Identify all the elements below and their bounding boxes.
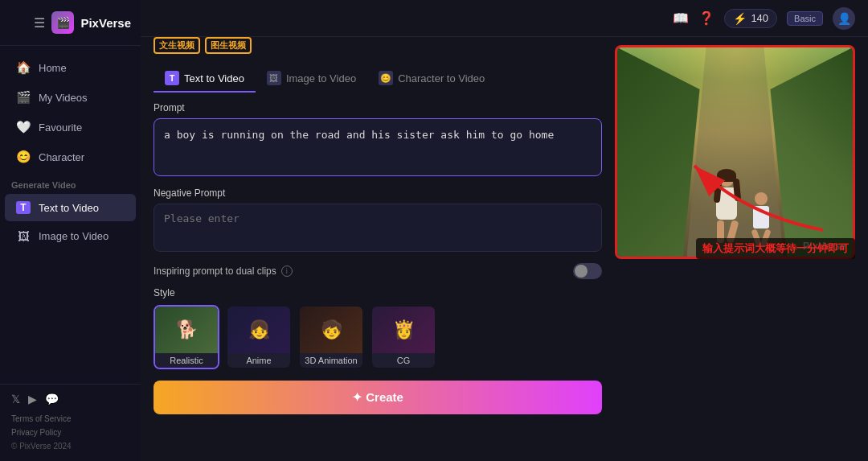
help-icon[interactable]: ❓ xyxy=(698,10,714,26)
book-icon[interactable]: 📖 xyxy=(673,10,689,26)
annotation-cn-label: 输入提示词大概等待一分钟即可 xyxy=(696,238,855,259)
sidebar-item-home[interactable]: 🏠 Home xyxy=(5,53,136,82)
privacy-link[interactable]: Privacy Policy xyxy=(11,428,61,437)
credits-value: 140 xyxy=(751,12,768,24)
toggle-row: Inspiring prompt to dual clips i xyxy=(154,263,602,279)
sidebar-item-character[interactable]: 😊 Character xyxy=(5,142,136,171)
sidebar-footer: 𝕏 ▶ 💬 Terms of Service Privacy Policy © … xyxy=(0,384,141,461)
style-label: Style xyxy=(154,287,602,298)
generate-section-label: Generate Video xyxy=(0,172,141,193)
video-preview: PixVerse xyxy=(615,45,855,259)
my-videos-icon: 🎬 xyxy=(16,90,31,105)
text-tab-icon: T xyxy=(165,71,179,85)
sidebar-header: ☰ 🎬 PixVerse xyxy=(0,0,141,46)
style-3d-thumb: 🧒 xyxy=(300,307,362,353)
app-title: PixVerse xyxy=(80,16,131,30)
sidebar-item-image-to-video[interactable]: 🖼 Image to Video xyxy=(5,222,136,250)
style-realistic[interactable]: 🐕 Realistic xyxy=(154,305,219,369)
char-tab-icon: 😊 xyxy=(379,71,393,85)
tab-character-to-video[interactable]: 😊 Character to Video xyxy=(367,65,496,93)
sidebar-item-favourite[interactable]: 🤍 Favourite xyxy=(5,113,136,142)
style-3d-animation[interactable]: 🧒 3D Animation xyxy=(298,305,364,369)
copyright-text: © PixVerse 2024 xyxy=(11,442,72,451)
annotation-image-to-video: 图生视频 xyxy=(205,37,252,54)
footer-links: Terms of Service Privacy Policy © PixVer… xyxy=(11,412,129,453)
youtube-icon[interactable]: ▶ xyxy=(28,393,37,405)
sidebar-item-my-videos[interactable]: 🎬 My Videos xyxy=(5,83,136,112)
info-icon[interactable]: i xyxy=(281,265,293,277)
discord-icon[interactable]: 💬 xyxy=(45,393,59,405)
style-anime-thumb: 👧 xyxy=(227,307,290,353)
create-button[interactable]: ✦ Create xyxy=(154,381,602,414)
favourite-icon: 🤍 xyxy=(16,120,31,134)
lightning-icon: ⚡ xyxy=(733,12,747,25)
annotation-text-to-video: 文生视频 xyxy=(154,37,200,54)
toggle-switch[interactable] xyxy=(573,263,602,279)
plan-badge: Basic xyxy=(787,11,823,26)
toggle-label: Inspiring prompt to dual clips i xyxy=(154,265,293,277)
style-cg-thumb: 👸 xyxy=(372,307,435,353)
negative-label: Negative Prompt xyxy=(154,187,602,199)
image-tab-icon: 🖼 xyxy=(267,71,281,85)
style-grid: 🐕 Realistic 👧 Anime 🧒 3D Animation 👸 CG xyxy=(154,305,602,369)
twitter-icon[interactable]: 𝕏 xyxy=(11,393,20,405)
right-panel: PixVerse 输入提示词大概等待一分钟即可 xyxy=(615,37,868,461)
child-sister-figure xyxy=(706,172,747,245)
sidebar: ☰ 🎬 PixVerse 🏠 Home 🎬 My Videos 🤍 Favour… xyxy=(0,0,141,461)
style-realistic-thumb: 🐕 xyxy=(155,307,218,353)
home-icon: 🏠 xyxy=(16,60,31,75)
tab-bar: T Text to Video 🖼 Image to Video 😊 Chara… xyxy=(154,57,602,93)
main-content: 📖 ❓ ⚡ 140 Basic 👤 文生视频 图生视频 T Text to Vi… xyxy=(141,0,868,461)
topbar: 📖 ❓ ⚡ 140 Basic 👤 xyxy=(141,0,868,37)
tab-text-to-video[interactable]: T Text to Video xyxy=(154,65,256,93)
character-icon: 😊 xyxy=(16,150,31,164)
negative-input[interactable] xyxy=(154,204,602,252)
credits-badge: ⚡ 140 xyxy=(724,9,777,28)
video-image: PixVerse xyxy=(617,47,853,257)
style-cg[interactable]: 👸 CG xyxy=(371,305,436,369)
sidebar-nav: 🏠 Home 🎬 My Videos 🤍 Favourite 😊 Charact… xyxy=(0,46,141,384)
sidebar-item-text-to-video[interactable]: T Text to Video xyxy=(5,194,136,221)
content-area: 文生视频 图生视频 T Text to Video 🖼 Image to Vid… xyxy=(141,37,868,461)
user-avatar[interactable]: 👤 xyxy=(833,7,855,30)
left-panel: 文生视频 图生视频 T Text to Video 🖼 Image to Vid… xyxy=(141,37,615,461)
tab-image-to-video[interactable]: 🖼 Image to Video xyxy=(256,65,367,93)
tab-annotations: 文生视频 图生视频 xyxy=(154,37,602,54)
text-to-video-icon: T xyxy=(16,201,31,214)
app-logo: 🎬 xyxy=(51,11,74,34)
image-to-video-icon: 🖼 xyxy=(16,229,31,243)
style-anime[interactable]: 👧 Anime xyxy=(226,305,292,369)
prompt-input[interactable]: a boy is running on the road and his sis… xyxy=(154,118,602,176)
prompt-label: Prompt xyxy=(154,102,602,113)
terms-link[interactable]: Terms of Service xyxy=(11,414,71,423)
hamburger-icon[interactable]: ☰ xyxy=(34,15,45,31)
